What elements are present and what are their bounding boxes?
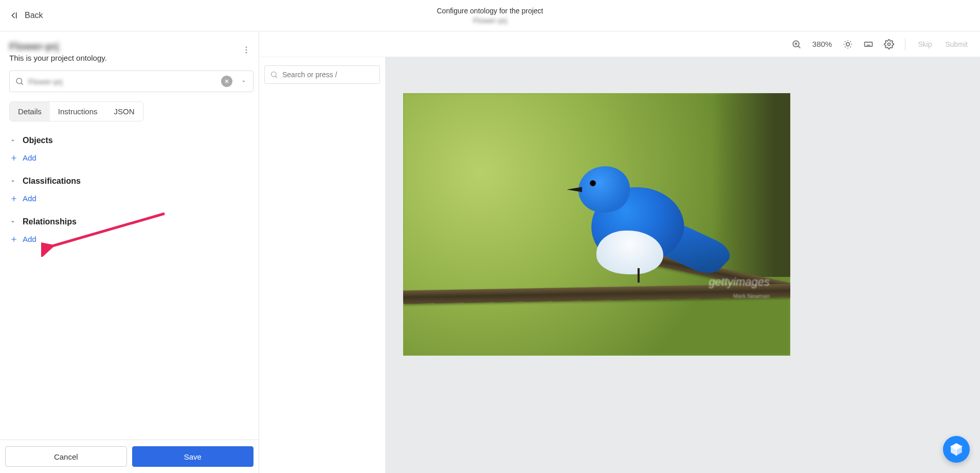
image-frame: gettyimages Mark Newman	[403, 93, 790, 356]
tools-panel	[259, 57, 386, 473]
back-label: Back	[25, 11, 43, 20]
sidebar-tabs: Details Instructions JSON	[9, 101, 143, 121]
section-header-classifications[interactable]: Classifications	[9, 177, 253, 186]
chevron-down-icon	[241, 78, 247, 84]
search-icon	[15, 77, 24, 86]
project-menu-button[interactable]	[239, 41, 253, 59]
section-label-classifications: Classifications	[23, 177, 81, 186]
settings-button[interactable]	[882, 38, 896, 51]
caret-down-icon	[9, 137, 16, 144]
svg-point-9	[271, 72, 276, 77]
plus-icon	[10, 236, 17, 243]
back-arrow-icon	[10, 10, 21, 21]
save-button[interactable]: Save	[132, 446, 254, 467]
svg-point-0	[246, 46, 247, 48]
top-header: Back Configure ontology for the project …	[0, 0, 980, 31]
add-classification-label: Add	[23, 194, 37, 203]
svg-point-2	[246, 52, 247, 54]
ontology-search-input[interactable]	[28, 77, 217, 86]
back-button[interactable]: Back	[10, 10, 43, 21]
zoom-level[interactable]: 380%	[810, 40, 834, 48]
tab-instructions[interactable]: Instructions	[50, 102, 106, 121]
section-objects: Objects Add	[9, 136, 253, 162]
skip-button[interactable]: Skip	[915, 40, 935, 48]
header-center: Configure ontology for the project Flowe…	[437, 7, 543, 25]
add-classification-button[interactable]: Add	[9, 194, 253, 203]
kebab-icon	[242, 45, 251, 55]
search-clear-button[interactable]	[221, 76, 232, 87]
add-relationship-button[interactable]: Add	[9, 235, 253, 243]
ontology-search[interactable]	[9, 71, 253, 92]
project-description: This is your project ontology.	[9, 54, 107, 62]
plus-icon	[10, 154, 17, 162]
section-header-objects[interactable]: Objects	[9, 136, 253, 145]
bird-shape	[566, 151, 720, 316]
section-relationships: Relationships Add	[9, 217, 253, 243]
sidebar-inner: Flower-prj This is your project ontology…	[0, 31, 259, 440]
submit-button[interactable]: Submit	[942, 40, 971, 48]
svg-point-3	[16, 78, 22, 84]
close-icon	[224, 78, 230, 84]
svg-point-8	[888, 43, 891, 45]
section-label-objects: Objects	[23, 136, 53, 145]
search-dropdown-button[interactable]	[237, 74, 251, 89]
svg-point-6	[846, 42, 850, 46]
plus-icon	[10, 195, 17, 202]
svg-rect-7	[865, 42, 873, 46]
image-viewport[interactable]: gettyimages Mark Newman	[386, 57, 980, 473]
keyboard-icon	[863, 39, 874, 49]
cancel-button[interactable]: Cancel	[5, 446, 127, 467]
project-header-row: Flower-prj This is your project ontology…	[9, 41, 253, 62]
project-heading: Flower-prj This is your project ontology…	[9, 41, 107, 62]
cube-icon	[950, 443, 963, 456]
add-relationship-label: Add	[23, 235, 37, 243]
zoom-in-icon	[791, 39, 802, 49]
tab-details[interactable]: Details	[10, 102, 50, 121]
canvas: 380% Skip Submit	[259, 31, 980, 473]
ontology-sidebar: Flower-prj This is your project ontology…	[0, 31, 259, 473]
section-label-relationships: Relationships	[23, 217, 77, 226]
gear-icon	[884, 39, 894, 49]
image-watermark: gettyimages	[709, 275, 770, 289]
canvas-body: gettyimages Mark Newman	[259, 57, 980, 473]
search-icon	[270, 71, 278, 79]
project-title: Flower-prj	[9, 41, 107, 52]
keyboard-shortcuts-button[interactable]	[862, 38, 875, 51]
help-fab[interactable]	[943, 436, 970, 463]
caret-down-icon	[9, 218, 16, 225]
add-object-label: Add	[23, 153, 37, 162]
add-object-button[interactable]: Add	[9, 153, 253, 162]
page-title: Configure ontology for the project	[437, 7, 543, 15]
tab-json[interactable]: JSON	[106, 102, 143, 121]
tools-search-input[interactable]	[282, 71, 374, 79]
caret-down-icon	[9, 178, 16, 185]
section-header-relationships[interactable]: Relationships	[9, 217, 253, 226]
section-classifications: Classifications Add	[9, 177, 253, 203]
tools-search[interactable]	[264, 65, 380, 84]
sidebar-footer: Cancel Save	[0, 440, 259, 473]
image-watermark-sub: Mark Newman	[733, 293, 770, 299]
page-subtitle: Flower-prj	[437, 16, 543, 25]
toolbar-divider	[905, 38, 905, 50]
zoom-button[interactable]	[790, 38, 803, 51]
canvas-toolbar: 380% Skip Submit	[259, 31, 980, 57]
brightness-icon	[843, 39, 853, 49]
brightness-button[interactable]	[841, 38, 855, 51]
svg-point-1	[246, 49, 247, 51]
main: Flower-prj This is your project ontology…	[0, 31, 980, 473]
